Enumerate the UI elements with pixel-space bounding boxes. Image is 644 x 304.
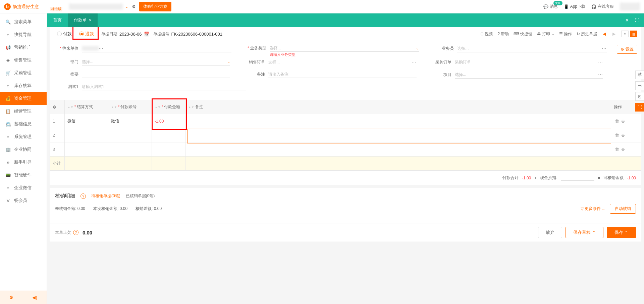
gear-icon[interactable]: ⚙ [132,4,136,9]
headset-icon: 🎧 [591,4,596,9]
app-download-button[interactable]: 📱 App下载 [564,4,585,9]
app-download-label: App下载 [570,4,585,9]
logo-icon: b [4,3,11,10]
online-service-button[interactable]: 🎧 在线客服 [591,4,614,9]
shop-name [69,4,123,10]
message-button[interactable]: 💬 消息 99+ [543,4,558,9]
message-icon: 💬 [543,4,548,9]
phone-icon: 📱 [564,4,569,9]
logo-text: 畅捷通好生意 [13,4,39,10]
online-service-label: 在线客服 [598,4,614,9]
logo: b 畅捷通好生意 [4,3,51,10]
header-right: 💬 消息 99+ 📱 App下载 🎧 在线客服 [543,3,640,11]
edition-badge: 标准版 [50,7,62,11]
user-avatar[interactable] [620,3,640,11]
message-badge: 99+ [553,1,562,5]
chevron-down-icon: ⌄ [125,4,128,9]
top-header: b 畅捷通好生意 标准版 ⌄ ⚙ 体验行业方案 💬 消息 99+ 📱 App下载… [0,0,644,13]
trial-button[interactable]: 体验行业方案 [139,2,171,11]
shop-selector[interactable]: ⌄ [69,4,128,10]
